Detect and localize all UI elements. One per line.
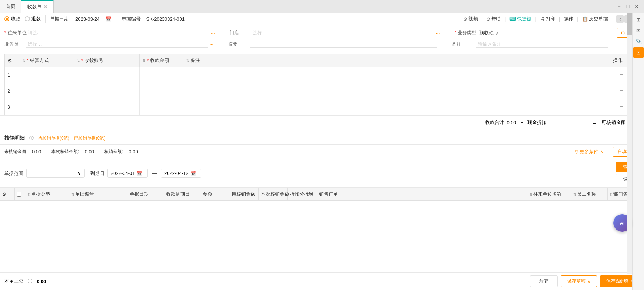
td-num-3: 3 — [5, 99, 19, 115]
select-all-checkbox[interactable] — [17, 192, 21, 197]
wo-bill-no-label: 单据编号 — [75, 191, 94, 197]
filter-row: 单据范围 ∨ 到期日 2022-04-01 📅 — 2022-04-12 📅 — [0, 159, 644, 188]
table-row: 3 🗑 ⊕ — [5, 99, 639, 115]
more-conditions-label: 更多条件 ∧ — [580, 149, 604, 155]
info-icon-bottom[interactable]: ⓘ — [28, 278, 32, 285]
shortcut-action[interactable]: ⌨ 快捷键 — [509, 16, 531, 22]
calendar-icon-from[interactable]: 📅 — [137, 171, 142, 176]
bill-date-calendar-icon[interactable]: 📅 — [106, 16, 111, 22]
store-more-icon[interactable]: ··· — [436, 30, 440, 36]
td-remark-2[interactable] — [183, 83, 610, 99]
receive-radio[interactable]: 收款 — [4, 16, 20, 22]
th-amount-label: 收款金额 — [150, 57, 169, 64]
bill-date-value[interactable]: 2023-03-24 — [75, 16, 100, 22]
help-action[interactable]: ⊙ 帮助 — [486, 16, 501, 22]
th-settings[interactable]: ⚙ — [5, 54, 19, 67]
print-action[interactable]: 🖨 打印 — [540, 16, 555, 22]
tab-home[interactable]: 首页 — [0, 0, 21, 13]
td-settlement-2[interactable] — [19, 83, 74, 99]
sidebar-email-icon[interactable]: ✉ — [633, 26, 644, 36]
layout-icon-left[interactable]: ◁ — [616, 15, 624, 23]
minimize-button[interactable]: － — [616, 4, 622, 9]
sidebar-frame-icon[interactable]: ⊡ — [633, 47, 644, 58]
writeoff-header: 核销明细 ⓘ 待核销单据(0笔) 已核销单据(0笔) — [0, 132, 644, 145]
operation-action[interactable]: 操作 — [564, 16, 573, 22]
td-remark-3[interactable] — [183, 99, 610, 115]
video-action[interactable]: ⊙ 视频 — [463, 16, 478, 22]
sidebar-clip-icon[interactable]: 📎 — [633, 36, 644, 47]
keyboard-icon: ⌨ — [509, 16, 516, 22]
bottom-actions: 放弃 保存草稿 ∧ 保存&新增 ∧ — [530, 275, 640, 287]
wo-sales-order-label: 销售订单 — [319, 191, 338, 197]
video-label: 视频 — [468, 16, 478, 22]
sort-icon-3: ⇅ — [142, 59, 145, 63]
staff-input[interactable] — [26, 40, 208, 48]
summary-input[interactable] — [250, 40, 437, 48]
unverified-value: 0.00 — [32, 149, 41, 154]
total-label: 收款合计 — [485, 119, 504, 126]
wo-staff-label: 员工名称 — [577, 191, 596, 197]
discount-input[interactable] — [551, 119, 587, 126]
done-tab-link[interactable]: 已核销单据(0笔) — [74, 135, 106, 141]
delete-icon-1[interactable]: 🗑 — [619, 72, 624, 78]
tab-close-icon[interactable]: ✕ — [44, 4, 47, 9]
maximize-button[interactable]: □ — [625, 4, 631, 9]
scroll-thumb[interactable] — [627, 13, 632, 35]
date-to-input[interactable]: 2022-04-12 📅 — [161, 169, 201, 178]
wo-amount-label: 金额 — [203, 191, 212, 197]
wo-th-discount: 折扣分摊额 — [288, 188, 317, 200]
wo-th-due-date: 收款到期日 — [164, 188, 200, 200]
bill-date-label: 单据日期 — [50, 16, 69, 22]
td-settlement-1[interactable] — [19, 67, 74, 83]
wo-sort-5: ⇅ — [610, 192, 613, 196]
store-input[interactable] — [251, 29, 435, 36]
wo-th-checkbox[interactable] — [15, 188, 25, 200]
delete-icon-3[interactable]: 🗑 — [619, 104, 624, 110]
td-account-2[interactable] — [74, 83, 140, 99]
calendar-icon-to[interactable]: 📅 — [190, 171, 196, 176]
history-action[interactable]: 📋 历史单据 — [582, 16, 608, 22]
save-draft-arrow-icon: ∧ — [587, 279, 591, 284]
tab-bar: 首页 收款单 ✕ － □ ✕ — [0, 0, 644, 13]
bottom-stat-value: 0.00 — [37, 279, 46, 284]
counterparty-more-icon[interactable]: ··· — [211, 30, 215, 36]
writeoff-table-header: ⚙ ⇅ 单据类型 ⇅ 单据编号 单据日期 收款到期日 金额 — [0, 188, 644, 201]
save-draft-button[interactable]: 保存草稿 ∧ — [561, 275, 597, 287]
th-remark-label: 备注 — [191, 57, 200, 64]
wo-counterparty-label: 往来单位名称 — [533, 191, 562, 197]
remark-input[interactable] — [476, 40, 608, 48]
counterparty-input[interactable] — [27, 29, 209, 36]
th-remark: ⇅ 备注 — [183, 54, 610, 67]
td-num-1: 1 — [5, 67, 19, 83]
ai-badge-label: Ai — [620, 220, 625, 226]
td-settlement-3[interactable] — [19, 99, 74, 115]
business-type-arrow-icon[interactable]: ∨ — [495, 30, 499, 36]
td-account-3[interactable] — [74, 99, 140, 115]
scrollbar[interactable] — [627, 13, 632, 274]
delete-icon-2[interactable]: 🗑 — [619, 88, 624, 94]
wo-th-current-amount: 本次核销金额 — [259, 188, 288, 200]
td-amount-1[interactable] — [140, 67, 183, 83]
receipt-type-radio-group: 收款 退款 — [4, 16, 41, 22]
refund-radio[interactable]: 退款 — [25, 16, 41, 22]
tab-receipt[interactable]: 收款单 ✕ — [21, 0, 54, 13]
wo-th-settings[interactable]: ⚙ — [0, 188, 15, 200]
abandon-button[interactable]: 放弃 — [530, 275, 558, 287]
date-from-input[interactable]: 2022-04-01 📅 — [107, 169, 148, 178]
td-account-1[interactable] — [74, 67, 140, 83]
more-conditions-button[interactable]: ▽ 更多条件 ∧ — [575, 149, 604, 155]
close-button[interactable]: ✕ — [634, 4, 640, 9]
range-select[interactable]: ∨ — [26, 169, 85, 178]
td-remark-1[interactable] — [183, 67, 610, 83]
wo-bill-type-label: 单据类型 — [31, 191, 50, 197]
td-amount-2[interactable] — [140, 83, 183, 99]
tab-receipt-label: 收款单 — [27, 4, 42, 10]
staff-more-icon[interactable]: ··· — [209, 42, 213, 47]
pending-tab-link[interactable]: 待核销单据(0笔) — [38, 135, 70, 141]
sidebar-table-icon[interactable]: ⊞ — [633, 15, 644, 25]
form-row-2: 业务员 ··· 摘要 备注 — [4, 40, 640, 48]
info-icon[interactable]: ⓘ — [29, 135, 34, 141]
td-amount-3[interactable] — [140, 99, 183, 115]
range-dropdown-icon: ∨ — [78, 171, 81, 176]
shortcut-label: 快捷键 — [517, 16, 531, 22]
